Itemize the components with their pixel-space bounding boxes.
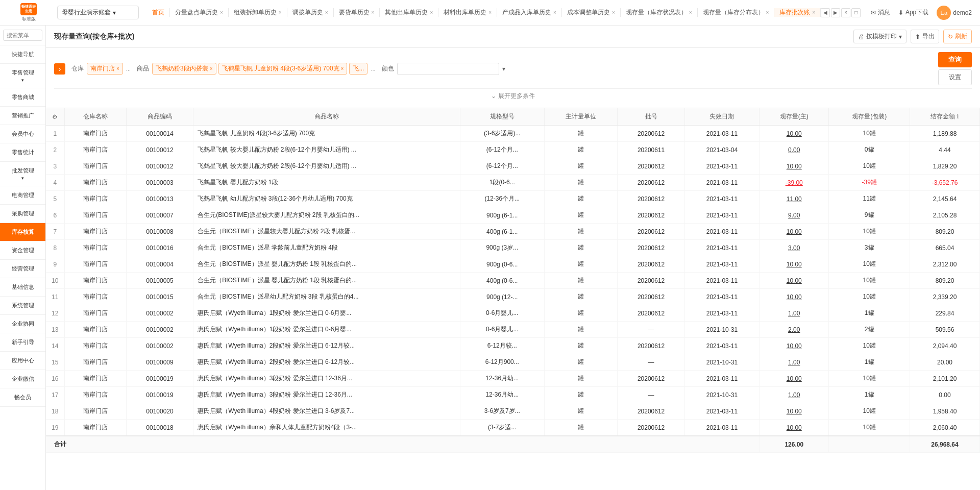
sidebar-item-guide[interactable]: 新手引导 [0, 333, 45, 351]
sidebar-item-wechat[interactable]: 企业微信 [0, 370, 45, 388]
product-tag-remove-icon-1[interactable]: × [210, 66, 213, 71]
cell-qty-main[interactable]: 10.00 [760, 273, 829, 289]
cell-qty-main[interactable]: 1.00 [760, 387, 829, 403]
tab-1[interactable]: 分量盘点单历史 × [170, 8, 229, 17]
cell-qty-main[interactable]: 10.00 [760, 158, 829, 175]
tab-8[interactable]: 成本调整单历史 × [562, 8, 621, 17]
tab-close-icon[interactable]: × [488, 10, 492, 15]
sidebar-item-inventory[interactable]: 库存核算 [0, 223, 45, 241]
tab-11[interactable]: 库存批次账 × [774, 8, 821, 17]
sidebar-item-appstore[interactable]: 应用中心 [0, 352, 45, 370]
cell-expire: 2021-10-31 [684, 322, 759, 338]
tab-3[interactable]: 调拨单历史 × [287, 8, 334, 17]
tab-5[interactable]: 其他出库单历史 × [380, 8, 438, 17]
cell-qty-main[interactable]: 2.00 [760, 322, 829, 338]
search-input[interactable] [3, 30, 42, 41]
tab-close-icon[interactable]: × [812, 10, 815, 15]
store-selector[interactable]: 母婴行业演示账套 ▾ [57, 6, 139, 19]
col-settings[interactable]: ⚙ [46, 108, 64, 126]
tab-6[interactable]: 材料出库单历史 × [438, 8, 497, 17]
cell-qty-main[interactable]: 3.00 [760, 240, 829, 256]
app-download-item[interactable]: ⬇ App下载 [898, 8, 928, 17]
cell-qty-main[interactable]: 10.00 [760, 224, 829, 240]
cell-qty-main[interactable]: 10.00 [760, 338, 829, 354]
tab-10[interactable]: 现存量（库存分布表） × [698, 8, 775, 17]
message-item[interactable]: ✉ 消息 [871, 8, 890, 17]
filter-expand-toggle[interactable]: › [54, 63, 65, 75]
tab-home[interactable]: 首页 [147, 8, 170, 17]
cell-qty-main[interactable]: 1.00 [760, 305, 829, 322]
cell-qty-main[interactable]: 10.00 [760, 126, 829, 142]
refresh-button[interactable]: ↻ 刷新 [943, 30, 972, 43]
tab-close-icon[interactable]: × [220, 10, 223, 15]
sidebar-item-collab[interactable]: 企业协同 [0, 315, 45, 333]
cell-qty-pkg: 10罐 [829, 158, 910, 175]
setting-button[interactable]: 设置 [938, 69, 972, 85]
sidebar-item-wholesale[interactable]: 批发管理 ▾ [0, 162, 45, 186]
content-area: 现存量查询(按仓库+批次) 🖨 按模板打印 ▾ ⬆ 导出 ↻ 刷新 [46, 26, 980, 490]
tab-close-icon[interactable]: × [689, 10, 692, 15]
cell-amount: 665.04 [910, 240, 980, 256]
sidebar-item-retail-stats[interactable]: 零售统计 [0, 143, 45, 161]
template-print-button[interactable]: 🖨 按模板打印 ▾ [853, 30, 906, 43]
cell-qty-main[interactable]: 9.00 [760, 207, 829, 224]
sidebar-item-ecom[interactable]: 电商管理 [0, 186, 45, 204]
sidebar-item-marketing[interactable]: 营销推广 [0, 107, 45, 125]
sidebar-item-label: 批发管理 [12, 167, 34, 175]
sidebar-item-vip[interactable]: 畅会员 [0, 388, 45, 406]
tab-7[interactable]: 产成品入库单历史 × [497, 8, 562, 17]
tab-next-icon[interactable]: ▶ [831, 8, 840, 17]
tab-close-icon[interactable]: × [325, 10, 328, 15]
cell-qty-main[interactable]: 0.00 [760, 142, 829, 158]
row-num: 9 [46, 256, 64, 273]
sidebar-item-retail-mgmt[interactable]: 零售管理 ▾ [0, 64, 45, 88]
product-tag-2[interactable]: 飞鹤星飞帆 儿童奶粉 4段(3-6岁适用) 700克 × [218, 63, 348, 75]
table-row: 17 南岸门店 00100019 惠氏启赋（Wyeth illuma）3段奶粉 … [46, 387, 980, 403]
product-tag-3[interactable]: 飞... [349, 63, 368, 75]
query-button[interactable]: 查询 [938, 52, 972, 67]
filter-expand-more[interactable]: ⌄ 展开更多条件 [54, 88, 972, 104]
tab-close-icon[interactable]: × [279, 10, 282, 15]
cell-qty-main[interactable]: 11.00 [760, 191, 829, 207]
cell-qty-main[interactable]: -39.00 [760, 175, 829, 191]
tab-close-icon[interactable]: × [372, 10, 375, 15]
tab-close-icon[interactable]: × [553, 10, 556, 15]
tab-close-all-icon[interactable]: × [841, 8, 850, 17]
sidebar-item-mall[interactable]: 零售商城 [0, 88, 45, 106]
warehouse-tag[interactable]: 南岸门店 × [87, 63, 123, 75]
cell-qty-main[interactable]: 10.00 [760, 420, 829, 436]
product-tag-1[interactable]: 飞鹤奶粉3段丙搭装 × [152, 63, 216, 75]
cell-qty-main[interactable]: 10.00 [760, 371, 829, 387]
sidebar-item-member[interactable]: 会员中心 [0, 125, 45, 143]
sidebar-item-biz[interactable]: 经营管理 [0, 260, 45, 278]
sidebar-section-biz: 经营管理 [0, 260, 45, 278]
sidebar-item-sys[interactable]: 系统管理 [0, 297, 45, 314]
cell-qty-main[interactable]: 10.00 [760, 256, 829, 273]
top-bar: 畅捷通好生意 标准版 母婴行业演示账套 ▾ 首页 分量盘点单历史 × 组装拆卸单… [0, 0, 980, 26]
tab-9[interactable]: 现存量（库存状况表） × [621, 8, 698, 17]
tab-close-icon[interactable]: × [430, 10, 433, 15]
tab-close-icon[interactable]: × [766, 10, 769, 15]
tab-2[interactable]: 组装拆卸单历史 × [229, 8, 287, 17]
product-tag-remove-icon-2[interactable]: × [341, 66, 344, 71]
export-button[interactable]: ⬆ 导出 [911, 30, 939, 43]
cell-unit: 罐 [544, 403, 618, 420]
message-label: 消息 [878, 8, 890, 17]
tab-close-icon[interactable]: × [612, 10, 615, 15]
sidebar-quick-nav[interactable]: 快捷导航 [0, 47, 45, 61]
cell-qty-main[interactable]: 10.00 [760, 403, 829, 420]
tab-4[interactable]: 要货单历史 × [334, 8, 380, 17]
sidebar-item-basic[interactable]: 基础信息 [0, 278, 45, 296]
cell-qty-main[interactable]: 1.00 [760, 354, 829, 371]
user-item[interactable]: Ea demo2 [937, 6, 972, 20]
warehouse-tag-remove-icon[interactable]: × [116, 66, 119, 71]
tab-expand-icon[interactable]: □ [851, 8, 861, 17]
settings-icon[interactable]: ⚙ [52, 113, 58, 120]
cell-qty-main[interactable]: 10.00 [760, 289, 829, 305]
tab-prev-icon[interactable]: ◀ [821, 8, 830, 17]
color-input[interactable] [397, 63, 499, 75]
sidebar-item-finance[interactable]: 资金管理 [0, 241, 45, 259]
warehouse-more: ... [126, 66, 131, 72]
cell-qty-pkg: 10罐 [829, 273, 910, 289]
sidebar-item-purchase[interactable]: 采购管理 [0, 205, 45, 223]
